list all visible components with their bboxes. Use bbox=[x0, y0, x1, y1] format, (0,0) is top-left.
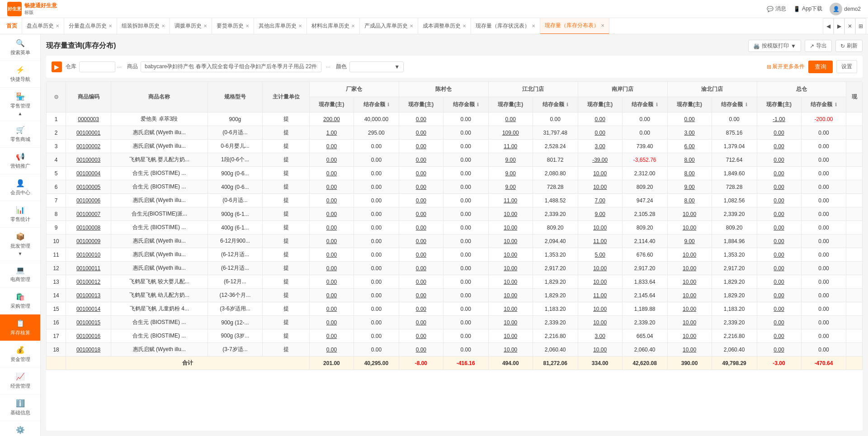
row-yubei-qty[interactable]: 8.00 bbox=[667, 153, 712, 167]
row-yubei-qty[interactable]: 3.00 bbox=[667, 126, 712, 140]
row-code[interactable]: 0000003 bbox=[66, 113, 111, 126]
nav-close-btn[interactable]: ✕ bbox=[844, 18, 855, 34]
tab-chengpin[interactable]: 产成品入库单历史 ✕ bbox=[360, 18, 418, 34]
close-tab-tiaob[interactable]: ✕ bbox=[203, 23, 207, 28]
filter-expand-btn[interactable]: ▶ bbox=[52, 61, 62, 72]
row-code[interactable]: 00100016 bbox=[66, 329, 111, 343]
product-input[interactable] bbox=[141, 61, 321, 72]
row-chen-qty[interactable]: 0.00 bbox=[399, 153, 443, 167]
row-yubei-qty[interactable]: 9.00 bbox=[667, 234, 712, 248]
row-code[interactable]: 00100008 bbox=[66, 221, 111, 234]
row-chen-qty[interactable]: 0.00 bbox=[399, 167, 443, 180]
row-total-qty[interactable]: 0.00 bbox=[757, 262, 801, 275]
sidebar-item-wholesale[interactable]: 📦 批发管理 ▼ bbox=[0, 228, 40, 261]
tab-chengben[interactable]: 成本调整单历史 ✕ bbox=[418, 18, 471, 34]
close-tab-chengben[interactable]: ✕ bbox=[462, 23, 466, 28]
row-code[interactable]: 00100011 bbox=[66, 262, 111, 275]
row-nanan-qty[interactable]: 5.00 bbox=[578, 248, 622, 262]
row-total-qty[interactable]: 0.00 bbox=[757, 207, 801, 221]
row-nanan-qty[interactable]: 3.00 bbox=[578, 329, 622, 343]
nav-next-btn[interactable]: ▶ bbox=[834, 18, 844, 34]
info-icon2[interactable]: ℹ bbox=[477, 102, 479, 107]
row-yubei-qty[interactable]: 10.00 bbox=[667, 262, 712, 275]
row-jiangbei-qty[interactable]: 10.00 bbox=[488, 275, 533, 289]
row-jiangbei-qty[interactable]: 10.00 bbox=[488, 289, 533, 302]
row-total-qty[interactable]: 0.00 bbox=[757, 153, 801, 167]
row-jiangbei-qty[interactable]: 0.00 bbox=[488, 113, 533, 126]
message-btn[interactable]: 💬 消息 bbox=[767, 5, 786, 13]
expand-more-btn[interactable]: ⊞ 展开更多条件 bbox=[767, 63, 805, 70]
sidebar-item-marketing[interactable]: 📢 营销推广 bbox=[0, 148, 40, 174]
close-tab-xiancun2[interactable]: ✕ bbox=[601, 23, 604, 28]
row-chen-qty[interactable]: 0.00 bbox=[399, 262, 443, 275]
row-yubei-qty[interactable]: 10.00 bbox=[667, 221, 712, 234]
row-total-qty[interactable]: 0.00 bbox=[757, 180, 801, 194]
row-nanan-qty[interactable]: 7.00 bbox=[578, 194, 622, 207]
row-code[interactable]: 00100012 bbox=[66, 275, 111, 289]
search-btn[interactable]: 查询 bbox=[808, 61, 833, 73]
close-tab-cailiaochu[interactable]: ✕ bbox=[351, 23, 355, 28]
info-icon5[interactable]: ℹ bbox=[745, 102, 747, 107]
row-factory-qty[interactable]: 0.00 bbox=[309, 329, 354, 343]
row-nanan-qty[interactable]: 3.00 bbox=[578, 140, 622, 153]
row-yubei-qty[interactable]: 10.00 bbox=[667, 329, 712, 343]
row-nanan-qty[interactable]: 10.00 bbox=[578, 275, 622, 289]
row-jiangbei-qty[interactable]: 10.00 bbox=[488, 302, 533, 316]
row-yubei-qty[interactable]: 8.00 bbox=[667, 167, 712, 180]
row-yubei-qty[interactable]: 10.00 bbox=[667, 343, 712, 356]
tab-xiancun1[interactable]: 现存量（库存状况表） ✕ bbox=[471, 18, 540, 34]
row-code[interactable]: 00100014 bbox=[66, 302, 111, 316]
nav-expand-btn[interactable]: ⊞ bbox=[855, 18, 866, 34]
nav-prev-btn[interactable]: ◀ bbox=[823, 18, 834, 34]
tab-yaohuo[interactable]: 要货单历史 ✕ bbox=[212, 18, 254, 34]
row-factory-qty[interactable]: 0.00 bbox=[309, 262, 354, 275]
row-factory-qty[interactable]: 0.00 bbox=[309, 221, 354, 234]
row-jiangbei-qty[interactable]: 10.00 bbox=[488, 343, 533, 356]
info-icon3[interactable]: ℹ bbox=[566, 102, 568, 107]
user-avatar-area[interactable]: 👤 demo2 bbox=[830, 3, 861, 15]
row-chen-qty[interactable]: 0.00 bbox=[399, 329, 443, 343]
row-factory-qty[interactable]: 0.00 bbox=[309, 167, 354, 180]
info-icon[interactable]: ℹ bbox=[387, 102, 389, 107]
row-factory-qty[interactable]: 0.00 bbox=[309, 275, 354, 289]
row-nanan-qty[interactable]: 11.00 bbox=[578, 234, 622, 248]
row-chen-qty[interactable]: 0.00 bbox=[399, 140, 443, 153]
row-nanan-qty[interactable]: 10.00 bbox=[578, 167, 622, 180]
row-jiangbei-qty[interactable]: 11.00 bbox=[488, 194, 533, 207]
row-factory-qty[interactable]: 0.00 bbox=[309, 248, 354, 262]
row-factory-qty[interactable]: 0.00 bbox=[309, 302, 354, 316]
row-chen-qty[interactable]: 0.00 bbox=[399, 248, 443, 262]
sidebar-item-system[interactable]: ⚙️ 系统管理 bbox=[0, 421, 40, 436]
tab-qitachu[interactable]: 其他出库单历史 ✕ bbox=[254, 18, 307, 34]
info-icon4[interactable]: ℹ bbox=[656, 102, 658, 107]
row-code[interactable]: 00100015 bbox=[66, 316, 111, 329]
settings-gear-icon[interactable]: ⚙ bbox=[54, 94, 59, 100]
sidebar-item-member[interactable]: 👤 会员中心 bbox=[0, 174, 40, 201]
row-nanan-qty[interactable]: 9.00 bbox=[578, 207, 622, 221]
row-total-qty[interactable]: 0.00 bbox=[757, 302, 801, 316]
row-jiangbei-qty[interactable]: 10.00 bbox=[488, 248, 533, 262]
row-yubei-qty[interactable]: 10.00 bbox=[667, 248, 712, 262]
close-tab-chengpin[interactable]: ✕ bbox=[410, 23, 413, 28]
row-total-qty[interactable]: 0.00 bbox=[757, 140, 801, 153]
row-total-qty[interactable]: 0.00 bbox=[757, 289, 801, 302]
row-nanan-qty[interactable]: 10.00 bbox=[578, 343, 622, 356]
row-chen-qty[interactable]: 0.00 bbox=[399, 194, 443, 207]
row-code[interactable]: 00100001 bbox=[66, 126, 111, 140]
row-yubei-qty[interactable]: 9.00 bbox=[667, 180, 712, 194]
row-code[interactable]: 00100003 bbox=[66, 153, 111, 167]
row-code[interactable]: 00100010 bbox=[66, 248, 111, 262]
app-download-btn[interactable]: 📱 App下载 bbox=[793, 5, 822, 13]
sidebar-item-purchase[interactable]: 🛍️ 采购管理 bbox=[0, 288, 40, 314]
row-yubei-qty[interactable]: 10.00 bbox=[667, 289, 712, 302]
row-code[interactable]: 00100018 bbox=[66, 343, 111, 356]
warehouse-input[interactable] bbox=[79, 61, 115, 72]
row-jiangbei-qty[interactable]: 9.00 bbox=[488, 153, 533, 167]
tab-xiancun2[interactable]: 现存量（库存分布表） ✕ bbox=[540, 18, 609, 34]
row-total-qty[interactable]: 0.00 bbox=[757, 194, 801, 207]
row-chen-qty[interactable]: 0.00 bbox=[399, 221, 443, 234]
row-chen-qty[interactable]: 0.00 bbox=[399, 302, 443, 316]
row-total-qty[interactable]: 0.00 bbox=[757, 126, 801, 140]
row-nanan-qty[interactable]: 0.00 bbox=[578, 126, 622, 140]
row-jiangbei-qty[interactable]: 11.00 bbox=[488, 140, 533, 153]
